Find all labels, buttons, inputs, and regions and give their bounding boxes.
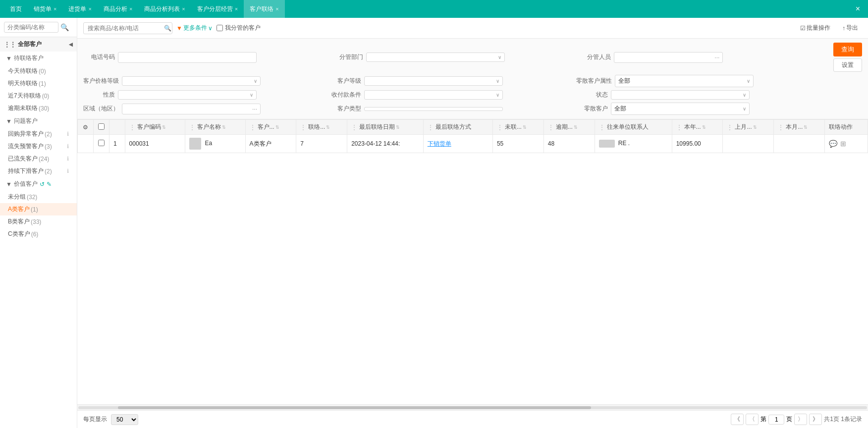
th-last-date[interactable]: ⋮ 最后联络日期 ⇅ [347, 120, 424, 135]
search-input[interactable] [88, 25, 162, 32]
nav-product-analysis-close[interactable]: × [129, 6, 132, 12]
status-select[interactable]: ∨ [611, 90, 750, 100]
row-last-method: 下销货单 [423, 135, 492, 153]
dept-select[interactable]: ∨ [366, 53, 505, 62]
price-grade-arrow-icon: ∨ [254, 78, 257, 84]
page-input[interactable] [768, 415, 784, 425]
edit-icon[interactable]: ✎ [47, 181, 52, 188]
prev-page-btn[interactable]: 〈 [746, 414, 759, 425]
th-type[interactable]: ⋮ 客户... ⇅ [245, 120, 296, 135]
last-method-link[interactable]: 下销货单 [428, 140, 451, 147]
phone-input[interactable] [118, 52, 257, 63]
nav-customer-layer-close[interactable]: × [235, 6, 238, 12]
sidebar-item-ungrouped[interactable]: 未分组 (32) [0, 191, 77, 203]
sidebar-item-7days[interactable]: 近7天待联络 (0) [0, 90, 77, 102]
my-customer-checkbox[interactable]: 我分管的客户 [217, 24, 261, 32]
sort-icon: ⇅ [162, 125, 166, 130]
row-checkbox[interactable] [98, 140, 105, 146]
horizontal-scrollbar[interactable] [77, 404, 868, 410]
region-select[interactable]: ··· [122, 104, 261, 114]
person-select[interactable]: ··· [614, 52, 723, 63]
filter-cell-retail: 零散客户 全部 ∨ [576, 103, 822, 115]
customer-avatar [189, 138, 201, 150]
grade-select[interactable]: ∨ [364, 76, 503, 86]
nav-customer-contact[interactable]: 客户联络 × [244, 0, 284, 18]
sidebar-item-churn-warning[interactable]: 流失预警客户 (3) ℹ [0, 140, 77, 153]
page-size-select[interactable]: 50 100 200 [111, 414, 138, 425]
grid-icon[interactable]: ⊞ [840, 140, 846, 148]
sidebar-all-customers[interactable]: ⋮⋮ 全部客户 ◀ [0, 37, 77, 52]
payment-select[interactable]: ∨ [364, 90, 503, 100]
sidebar-group-pending[interactable]: ▼ 待联络客户 [0, 52, 77, 65]
row-checkbox-cell[interactable] [94, 135, 109, 153]
my-customer-check[interactable] [217, 25, 223, 31]
type-select[interactable] [364, 107, 503, 111]
th-no-contact[interactable]: ⋮ 未联... ⇅ [492, 120, 543, 135]
unit-contact-img [599, 140, 615, 148]
close-all-btn[interactable]: × [852, 4, 864, 13]
sidebar-item-today[interactable]: 今天待联络 (0) [0, 65, 77, 77]
sidebar-group-value[interactable]: ▼ 价值客户 ↺ ✎ [0, 177, 77, 191]
th-action: 联络动作 [825, 120, 868, 135]
sidebar-group-problem[interactable]: ▼ 问题客户 [0, 114, 77, 128]
th-overdue[interactable]: ⋮ 逾期... ⇅ [543, 120, 595, 135]
next-page-btn[interactable]: 〉 [794, 414, 807, 425]
nature-select[interactable]: ∨ [118, 90, 257, 100]
select-all-checkbox[interactable] [98, 123, 105, 130]
th-code[interactable]: ⋮ 客户编码 ⇅ [125, 120, 185, 135]
refresh-icon[interactable]: ↺ [40, 181, 45, 188]
retail-attr-select[interactable]: 全部 ∨ [615, 75, 754, 87]
query-button[interactable]: 查询 [833, 43, 862, 56]
collapse-icon: ◀ [69, 42, 73, 47]
sort-icon: ⇅ [275, 125, 279, 130]
retail-select[interactable]: 全部 ∨ [611, 103, 750, 115]
th-settings[interactable]: ⚙ [78, 120, 94, 135]
sidebar-search-icon[interactable]: 🔍 [60, 23, 69, 31]
sidebar-item-tomorrow[interactable]: 明天待联络 (1) [0, 77, 77, 90]
nav-sales-order-close[interactable]: × [54, 6, 56, 12]
sidebar-item-b-class[interactable]: B类客户 (33) [0, 215, 77, 228]
nav-home[interactable]: 首页 [4, 0, 28, 18]
nav-product-analysis-list-close[interactable]: × [182, 6, 185, 12]
nav-purchase-order-close[interactable]: × [88, 6, 91, 12]
more-filter-btn[interactable]: ▼ 更多条件 ∨ [176, 24, 213, 32]
filter-cell-type: 客户类型 [329, 105, 576, 113]
th-this-month[interactable]: ⋮ 本月... ⇅ [774, 120, 825, 135]
last-page-btn[interactable]: 》 [809, 414, 822, 425]
nav-product-analysis-list[interactable]: 商品分析列表 × [138, 0, 191, 18]
th-last-method[interactable]: ⋮ 最后联络方式 [423, 120, 492, 135]
th-name[interactable]: ⋮ 客户名称 ⇅ [185, 120, 245, 135]
sidebar-item-a-class[interactable]: A类客户 (1) [0, 203, 77, 215]
th-contact[interactable]: ⋮ 联络... ⇅ [296, 120, 347, 135]
th-unit-contact[interactable]: ⋮ 往来单位联系人 [595, 120, 672, 135]
scrollbar-thumb[interactable] [118, 406, 591, 409]
person-dots-icon: ··· [714, 54, 719, 61]
sidebar-item-declining[interactable]: 持续下滑客户 (2) ℹ [0, 165, 77, 177]
region-dots-icon: ··· [252, 106, 257, 112]
nav-product-analysis[interactable]: 商品分析 × [98, 0, 138, 18]
sidebar-item-c-class[interactable]: C类客户 (6) [0, 228, 77, 240]
dept-arrow-icon: ∨ [498, 54, 501, 60]
th-this-year[interactable]: ⋮ 本年... ⇅ [672, 120, 723, 135]
setting-button[interactable]: 设置 [833, 58, 862, 72]
sidebar-item-churned[interactable]: 已流失客户 (24) ℹ [0, 153, 77, 165]
price-grade-select[interactable]: ∨ [122, 76, 261, 86]
first-page-btn[interactable]: 《 [731, 414, 744, 425]
chat-icon[interactable]: 💬 [829, 140, 837, 148]
filter-cell-payment: 收付款条件 ∨ [329, 90, 576, 100]
export-btn[interactable]: ↑ 导出 [838, 22, 862, 34]
row-name: Ea [185, 135, 245, 153]
sidebar-item-repurchase-abnormal[interactable]: 回购异常客户 (2) ℹ [0, 128, 77, 140]
nav-customer-contact-close[interactable]: × [275, 6, 278, 12]
nav-purchase-order[interactable]: 进货单 × [62, 0, 97, 18]
batch-op-btn[interactable]: ☑ 批量操作 [796, 22, 834, 34]
settings-icon[interactable]: ⚙ [83, 124, 88, 131]
nav-sales-order[interactable]: 销货单 × [28, 0, 62, 18]
row-this-year: 10995.00 [672, 135, 723, 153]
sidebar-item-overdue[interactable]: 逾期未联络 (30) [0, 102, 77, 114]
scrollbar-track[interactable] [78, 406, 867, 409]
sidebar-search-input[interactable] [4, 22, 58, 33]
nav-customer-layer[interactable]: 客户分层经营 × [191, 0, 244, 18]
th-checkbox[interactable] [94, 120, 109, 135]
th-last-month[interactable]: ⋮ 上月... ⇅ [723, 120, 774, 135]
